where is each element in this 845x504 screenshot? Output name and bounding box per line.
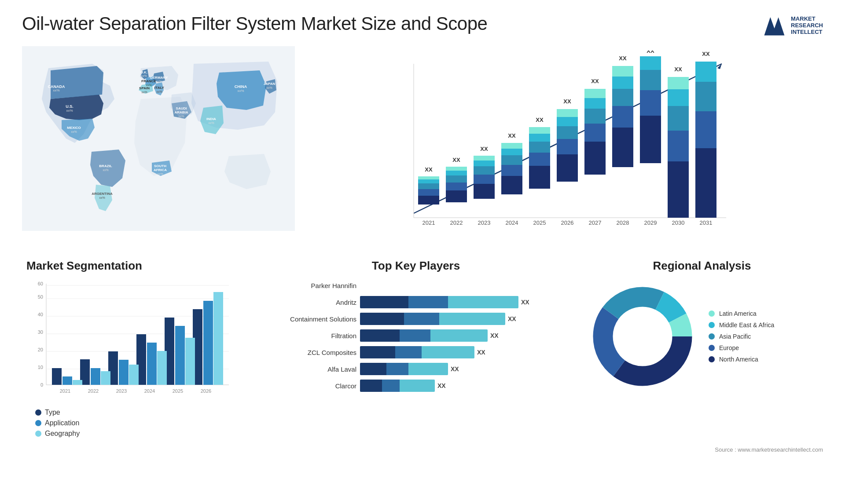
- svg-text:2022: 2022: [450, 219, 463, 226]
- clarcor-bar-container: XX: [360, 380, 446, 392]
- svg-rect-82: [584, 124, 606, 142]
- svg-text:SPAIN: SPAIN: [139, 86, 150, 90]
- svg-text:xx%: xx%: [157, 172, 163, 175]
- svg-rect-150: [157, 351, 167, 385]
- svg-rect-108: [695, 148, 716, 218]
- containment-name: Containment Solutions: [268, 315, 356, 323]
- andritz-seg1: [360, 296, 408, 308]
- svg-rect-146: [203, 301, 213, 385]
- page-title: Oil-water Separation Filter System Marke…: [22, 13, 487, 34]
- legend-type: Type: [35, 409, 246, 416]
- latin-label: Latin America: [719, 310, 757, 317]
- svg-text:2027: 2027: [589, 219, 602, 226]
- svg-text:xx%: xx%: [156, 90, 162, 93]
- alfa-bar-container: XX: [360, 363, 459, 375]
- svg-text:xx%: xx%: [178, 115, 184, 118]
- player-filtration: Filtration XX: [268, 329, 563, 342]
- alfa-bar: [360, 363, 448, 375]
- svg-rect-64: [501, 143, 522, 149]
- svg-rect-48: [446, 175, 467, 183]
- svg-text:2029: 2029: [644, 219, 657, 226]
- svg-rect-70: [529, 134, 550, 142]
- svg-rect-53: [474, 184, 495, 199]
- geography-dot: [35, 431, 41, 437]
- svg-text:XX: XX: [508, 132, 516, 139]
- legend-mea: Middle East & Africa: [709, 321, 774, 329]
- svg-rect-50: [446, 167, 467, 171]
- svg-rect-148: [101, 371, 110, 385]
- svg-rect-41: [418, 183, 439, 189]
- svg-rect-103: [668, 106, 689, 131]
- svg-point-158: [615, 309, 670, 364]
- svg-text:xx%: xx%: [208, 121, 214, 124]
- legend-geography: Geography: [35, 430, 246, 438]
- svg-text:XX: XX: [425, 166, 433, 173]
- page-container: Oil-water Separation Filter System Marke…: [0, 0, 845, 504]
- svg-rect-57: [474, 156, 495, 161]
- containment-seg2: [404, 313, 439, 325]
- svg-rect-74: [557, 154, 578, 182]
- zcl-seg3: [422, 346, 474, 358]
- svg-rect-76: [557, 126, 578, 139]
- svg-text:XX: XX: [536, 117, 544, 123]
- player-parker: Parker Hannifin: [268, 279, 563, 292]
- svg-rect-77: [557, 117, 578, 126]
- svg-rect-141: [62, 376, 72, 385]
- legend-europe: Europe: [709, 344, 774, 351]
- containment-seg1: [360, 313, 404, 325]
- svg-text:0: 0: [40, 382, 43, 387]
- legend-latin: Latin America: [709, 310, 774, 317]
- containment-bar-container: XX: [360, 313, 516, 325]
- svg-text:20: 20: [38, 347, 43, 352]
- filtration-name: Filtration: [268, 332, 356, 340]
- zcl-seg1: [360, 346, 395, 358]
- svg-text:xx%: xx%: [66, 109, 73, 113]
- svg-rect-84: [584, 98, 606, 109]
- svg-rect-135: [52, 368, 62, 385]
- svg-text:xx%: xx%: [156, 80, 162, 83]
- svg-text:MEXICO: MEXICO: [67, 126, 81, 130]
- svg-text:ITALY: ITALY: [154, 86, 164, 90]
- svg-text:2021: 2021: [422, 219, 435, 226]
- player-clarcor: Clarcor XX: [268, 380, 563, 392]
- svg-rect-85: [584, 89, 606, 98]
- world-map: CANADA xx% U.S. xx% MEXICO xx% BRAZIL xx…: [22, 46, 295, 231]
- parker-name: Parker Hannifin: [268, 282, 356, 289]
- na-label: North America: [719, 356, 758, 363]
- svg-rect-104: [668, 89, 689, 106]
- containment-seg3: [439, 313, 505, 325]
- logo-text: MARKET RESEARCH INTELLECT: [791, 15, 823, 35]
- svg-rect-81: [584, 142, 606, 175]
- svg-text:XX: XX: [619, 55, 627, 62]
- legend-application: Application: [35, 419, 246, 427]
- svg-rect-142: [91, 368, 100, 385]
- svg-rect-152: [213, 292, 223, 385]
- zcl-name: ZCL Composites: [268, 349, 356, 356]
- svg-rect-105: [668, 77, 689, 89]
- svg-rect-62: [501, 155, 522, 165]
- header: Oil-water Separation Filter System Marke…: [22, 13, 823, 37]
- svg-rect-46: [446, 190, 467, 202]
- svg-text:XX: XX: [563, 98, 571, 105]
- svg-text:50: 50: [38, 294, 43, 299]
- segmentation-title: Market Segmentation: [26, 259, 246, 273]
- svg-text:AFRICA: AFRICA: [154, 168, 167, 172]
- svg-rect-67: [529, 166, 550, 189]
- svg-text:SOUTH: SOUTH: [154, 164, 166, 168]
- svg-text:XX: XX: [674, 66, 682, 73]
- svg-text:2028: 2028: [617, 219, 629, 226]
- svg-rect-149: [129, 365, 139, 385]
- source-text: Source : www.marketresearchintellect.com: [22, 446, 823, 453]
- svg-rect-88: [612, 128, 633, 167]
- svg-text:xx%: xx%: [237, 89, 244, 93]
- filtration-seg2: [400, 329, 430, 342]
- europe-label: Europe: [719, 344, 739, 351]
- na-dot: [709, 356, 715, 362]
- svg-rect-145: [175, 326, 185, 385]
- latin-dot: [709, 310, 715, 317]
- svg-text:40: 40: [38, 312, 43, 317]
- alfa-name: Alfa Laval: [268, 365, 356, 373]
- andritz-seg3: [448, 296, 518, 308]
- svg-text:xx%: xx%: [53, 88, 59, 92]
- containment-bar: [360, 313, 505, 325]
